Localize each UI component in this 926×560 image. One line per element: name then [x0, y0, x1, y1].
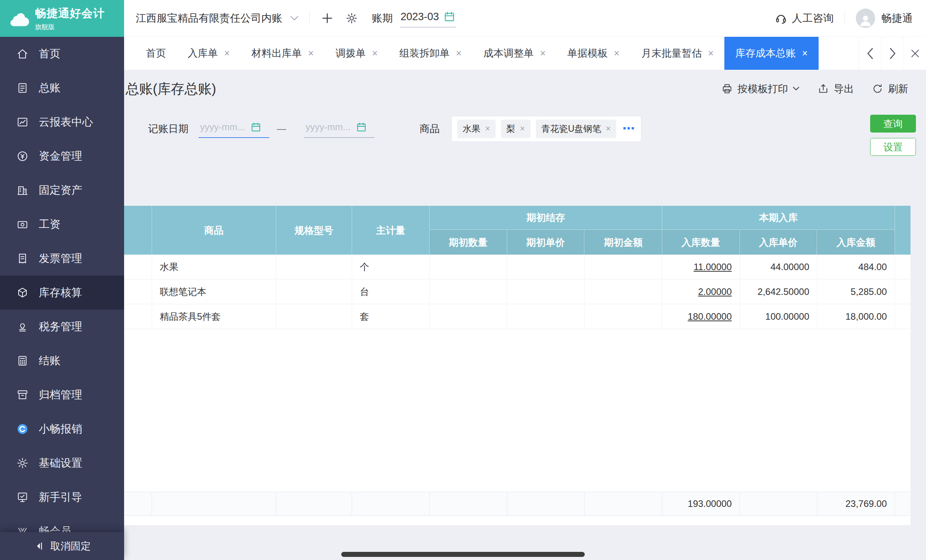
- sidebar-item-home[interactable]: 首页: [0, 37, 124, 71]
- tab-close-icon[interactable]: ×: [614, 48, 620, 59]
- cell-spec: [276, 255, 352, 279]
- refresh-label: 刷新: [888, 82, 908, 96]
- sidebar-unpin-button[interactable]: 取消固定: [0, 532, 124, 560]
- more-tags-icon[interactable]: ⋯: [622, 125, 636, 132]
- cell-in-price: 100.00000: [740, 304, 817, 329]
- headset-icon: [775, 12, 787, 24]
- sidebar-item-salary[interactable]: 工资: [0, 207, 124, 241]
- tag-remove-icon[interactable]: ×: [485, 124, 490, 134]
- in-qty-link[interactable]: 2.00000: [698, 286, 732, 297]
- tab-close-icon[interactable]: ×: [224, 48, 230, 59]
- tab-close-icon[interactable]: ×: [308, 48, 314, 59]
- inventory-icon: [16, 286, 29, 299]
- sidebar-item-label: 基础设置: [39, 456, 82, 470]
- date-from-field[interactable]: [199, 119, 269, 138]
- calendar-icon: [444, 11, 455, 22]
- tabs-close-all-button[interactable]: [904, 37, 926, 70]
- sidebar-item-reimburse[interactable]: 小畅报销: [0, 412, 124, 446]
- date-from-input[interactable]: [200, 122, 247, 133]
- tax-icon: [16, 320, 29, 333]
- calendar-icon[interactable]: [356, 122, 367, 133]
- cell-in-qty: 2.00000: [662, 279, 740, 304]
- tab-inbound-order[interactable]: 入库单 ×: [177, 37, 241, 70]
- cell-in-amount: 18,000.00: [817, 304, 895, 329]
- period-picker[interactable]: 2023-03: [400, 9, 456, 28]
- company-selector[interactable]: 江西服宝精品有限责任公司内账: [136, 11, 299, 25]
- summary-cell: [352, 492, 430, 515]
- cell-clipped: [124, 255, 152, 279]
- tab-close-icon[interactable]: ×: [372, 48, 378, 59]
- user-name[interactable]: 畅捷通: [881, 11, 913, 25]
- sidebar: 畅捷通好会计 旗舰版 首页 总账 云报表中心 资金管理: [0, 0, 124, 560]
- user-avatar[interactable]: [856, 9, 875, 28]
- date-to-field[interactable]: [304, 119, 375, 138]
- in-qty-link[interactable]: 11.00000: [694, 262, 732, 272]
- app-window: 畅捷通好会计 旗舰版 首页 总账 云报表中心 资金管理: [0, 0, 926, 560]
- cell-in-qty: 180.00000: [662, 304, 740, 329]
- tab-assembly-order[interactable]: 组装拆卸单 ×: [389, 37, 473, 70]
- sidebar-item-settings[interactable]: 基础设置: [0, 446, 124, 480]
- sidebar-item-inventory[interactable]: 库存核算: [0, 276, 124, 310]
- tag-remove-icon[interactable]: ×: [606, 124, 611, 134]
- table-row[interactable]: 水果 个 11.00000 44.00000 484.00: [124, 255, 910, 279]
- print-by-template-button[interactable]: 按模板打印: [721, 82, 800, 96]
- query-button[interactable]: 查询: [870, 115, 916, 133]
- tab-inventory-cost-ledger[interactable]: 库存成本总账 ×: [724, 37, 819, 70]
- sidebar-item-general-ledger[interactable]: 总账: [0, 71, 124, 105]
- cell-in-price: 2,642.50000: [740, 279, 817, 304]
- group-subheaders: 入库数量 入库单价 入库金额: [662, 230, 895, 255]
- sidebar-item-cloud-reports[interactable]: 云报表中心: [0, 105, 124, 139]
- tab-cost-adjustment[interactable]: 成本调整单 ×: [472, 37, 556, 70]
- sidebar-item-fixed-assets[interactable]: 固定资产: [0, 173, 124, 207]
- tabs-scroll-left-button[interactable]: [859, 37, 881, 70]
- account-settings-button[interactable]: [346, 12, 358, 24]
- tab-close-icon[interactable]: ×: [540, 48, 546, 59]
- date-to-input[interactable]: [306, 122, 353, 133]
- cell-begin-qty: [430, 255, 507, 279]
- cell-overflow: [895, 279, 910, 304]
- sidebar-item-label: 云报表中心: [39, 115, 93, 129]
- header-begin-price: 期初单价: [507, 230, 585, 255]
- product-filter-box[interactable]: 水果 × 梨 × 青花瓷U盘钢笔 × ⋯: [451, 116, 641, 142]
- cell-unit: 台: [352, 279, 430, 304]
- tab-close-icon[interactable]: ×: [802, 48, 808, 59]
- tab-home[interactable]: 首页: [135, 37, 177, 70]
- sidebar-item-guide[interactable]: 新手引导: [0, 480, 124, 514]
- refresh-button[interactable]: 刷新: [872, 82, 908, 96]
- tab-transfer-order[interactable]: 调拨单 ×: [325, 37, 389, 70]
- tab-close-icon[interactable]: ×: [456, 48, 462, 59]
- table-row[interactable]: 联想笔记本 台 2.00000 2,642.50000 5,285.00: [124, 279, 910, 304]
- tab-close-icon[interactable]: ×: [708, 48, 714, 59]
- cell-begin-price: [507, 255, 585, 279]
- sidebar-item-closing[interactable]: 结账: [0, 344, 124, 378]
- tabs-scroll-right-button[interactable]: [881, 37, 904, 70]
- tag-remove-icon[interactable]: ×: [520, 124, 525, 134]
- header-in-qty: 入库数量: [662, 230, 740, 255]
- tab-month-end-estimate[interactable]: 月末批量暂估 ×: [631, 37, 725, 70]
- tab-doc-template[interactable]: 单据模板 ×: [556, 37, 631, 70]
- cell-begin-amount: [585, 255, 662, 279]
- sidebar-item-tax[interactable]: 税务管理: [0, 310, 124, 344]
- tab-label: 首页: [146, 47, 166, 60]
- export-button[interactable]: 导出: [817, 82, 854, 96]
- in-qty-link[interactable]: 180.00000: [688, 311, 732, 322]
- sidebar-item-archive[interactable]: 归档管理: [0, 378, 124, 412]
- filter-buttons: 查询 设置: [870, 115, 916, 156]
- consult-button[interactable]: 人工咨询: [775, 11, 834, 25]
- sidebar-item-invoices[interactable]: 发票管理: [0, 241, 124, 276]
- ledger-table: 商品 规格型号 主计量 期初结存 期初数量 期初单价 期初金额 本期入库: [124, 206, 910, 525]
- sidebar-item-funds[interactable]: 资金管理: [0, 139, 124, 173]
- cloud-report-icon: [16, 116, 29, 128]
- settings-button[interactable]: 设置: [870, 138, 916, 156]
- summary-cell: [124, 492, 152, 515]
- header-group-inbound: 本期入库 入库数量 入库单价 入库金额: [662, 206, 895, 255]
- header-group-beginning: 期初结存 期初数量 期初单价 期初金额: [430, 206, 662, 255]
- add-account-button[interactable]: [321, 12, 334, 25]
- horizontal-scrollbar[interactable]: [341, 552, 585, 557]
- calendar-icon[interactable]: [251, 122, 261, 133]
- tab-material-outbound[interactable]: 材料出库单 ×: [241, 37, 325, 70]
- salary-icon: [16, 218, 29, 231]
- table-row[interactable]: 精品茶具5件套 套 180.00000 100.00000 18,000.00: [124, 304, 910, 329]
- invoice-icon: [16, 252, 29, 265]
- home-icon: [16, 48, 29, 60]
